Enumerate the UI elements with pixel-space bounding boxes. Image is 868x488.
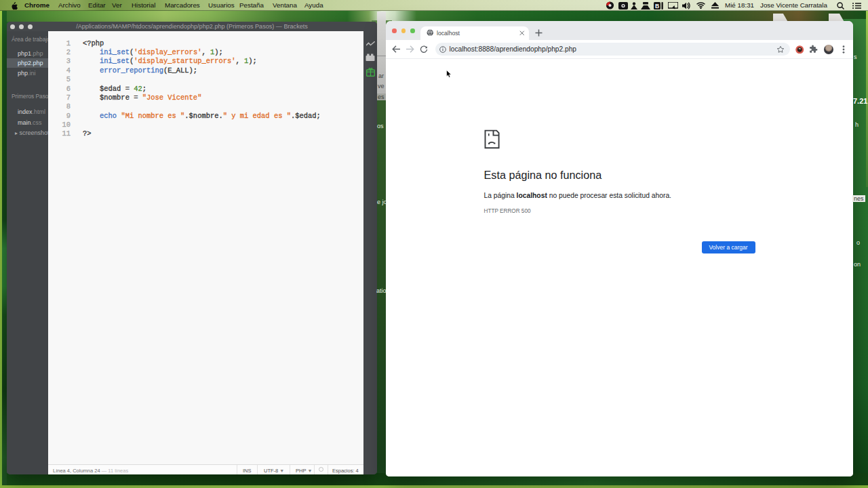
svg-text:B: B — [655, 2, 659, 9]
